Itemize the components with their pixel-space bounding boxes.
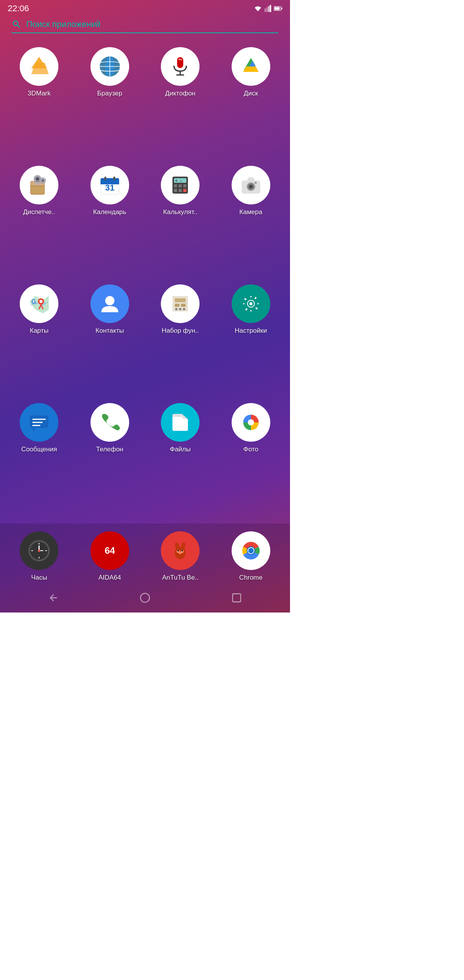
svg-point-92 [181, 550, 183, 551]
dock-icon-antutu [161, 531, 200, 570]
wifi-icon [254, 5, 262, 12]
svg-point-93 [179, 552, 181, 554]
app-item-browser[interactable]: Браузер [75, 41, 145, 160]
svg-rect-61 [175, 304, 179, 307]
app-icon-calendar: 31 [90, 166, 129, 204]
nav-recent-button[interactable] [231, 592, 242, 606]
app-icon-nabor [161, 284, 200, 323]
status-icons [254, 5, 282, 12]
svg-point-52 [249, 185, 252, 188]
app-item-nabor[interactable]: Набор фун.. [145, 278, 216, 397]
svg-rect-5 [281, 7, 282, 9]
app-label-phone: Телефон [96, 446, 123, 453]
svg-rect-41 [179, 184, 182, 187]
app-item-maps[interactable]: G Карты [4, 278, 75, 397]
app-icon-maps: G [20, 284, 58, 323]
svg-text:-: - [181, 179, 182, 183]
app-item-3dmark[interactable]: 3DMark [4, 41, 75, 160]
app-item-calendar[interactable]: 31 Календарь [75, 160, 145, 278]
svg-point-64 [179, 308, 181, 310]
svg-rect-45 [183, 189, 186, 192]
app-label-files: Файлы [170, 446, 191, 453]
status-time: 22:06 [8, 3, 29, 14]
app-icon-camera [232, 166, 270, 204]
app-item-phone[interactable]: Телефон [75, 397, 145, 516]
nav-bar [0, 587, 290, 612]
app-label-settings: Настройки [235, 327, 267, 335]
app-icon-3dmark [20, 47, 58, 86]
svg-text:+: + [175, 179, 177, 183]
svg-rect-37 [113, 177, 115, 180]
app-item-photos[interactable]: Фото [216, 397, 287, 516]
nav-home-button[interactable] [140, 592, 150, 606]
svg-point-28 [37, 178, 38, 180]
dock: Часы 64 AIDA64 [0, 524, 290, 587]
app-item-messages[interactable]: Сообщения [4, 397, 75, 516]
app-label-dictaphone: Диктофон [165, 90, 196, 97]
dock-label-chrome: Chrome [239, 574, 263, 582]
svg-rect-60 [175, 298, 186, 302]
search-placeholder: Поиск приложений [26, 19, 101, 29]
app-label-calendar: Календарь [93, 208, 126, 216]
svg-point-98 [140, 593, 149, 602]
svg-point-65 [183, 308, 185, 310]
svg-text:G: G [31, 298, 36, 305]
svg-point-57 [39, 300, 43, 303]
svg-point-53 [254, 182, 257, 184]
app-item-disk[interactable]: Диск [216, 41, 287, 160]
app-grid: 3DMark Браузер [0, 33, 290, 524]
svg-rect-16 [178, 59, 182, 60]
app-label-disk: Диск [244, 90, 258, 97]
dock-icon-clock [20, 531, 58, 570]
app-item-calculator[interactable]: + - Калькулят.. [145, 160, 216, 278]
app-item-contacts[interactable]: Контакты [75, 278, 145, 397]
svg-rect-43 [174, 189, 177, 192]
svg-point-58 [105, 296, 114, 305]
svg-rect-3 [270, 5, 271, 12]
svg-rect-2 [268, 6, 270, 12]
search-icon [12, 19, 22, 29]
svg-rect-44 [179, 189, 182, 192]
app-icon-photos [232, 403, 270, 442]
dock-item-aida64[interactable]: 64 AIDA64 [75, 527, 145, 587]
app-label-calculator: Калькулят.. [163, 208, 197, 216]
svg-point-97 [248, 548, 254, 553]
app-icon-dictaphone [161, 47, 200, 86]
app-item-dispatcher[interactable]: Диспетче.. [4, 160, 75, 278]
app-icon-messages [20, 403, 58, 442]
app-icon-files [161, 403, 200, 442]
search-bar[interactable]: Поиск приложений [12, 19, 278, 33]
app-label-browser: Браузер [97, 90, 122, 97]
dock-item-antutu[interactable]: AnTuTu Be.. [145, 527, 216, 587]
app-item-camera[interactable]: Камера [216, 160, 287, 278]
nav-back-button[interactable] [48, 592, 59, 606]
svg-text:64: 64 [104, 545, 115, 556]
app-icon-calculator: + - [161, 166, 200, 204]
app-label-3dmark: 3DMark [27, 90, 51, 97]
app-icon-contacts [90, 284, 129, 323]
svg-marker-49 [247, 177, 255, 180]
app-item-dictaphone[interactable]: Диктофон [145, 41, 216, 160]
dock-label-antutu: AnTuTu Be.. [162, 574, 198, 582]
dock-icon-aida64: 64 [90, 531, 129, 570]
battery-icon [274, 6, 282, 11]
dock-label-aida64: AIDA64 [98, 574, 121, 582]
svg-rect-62 [181, 304, 186, 307]
app-label-dispatcher: Диспетче.. [23, 208, 55, 216]
app-label-camera: Камера [239, 208, 262, 216]
app-label-messages: Сообщения [21, 446, 57, 453]
svg-point-67 [249, 302, 252, 305]
svg-rect-40 [174, 184, 177, 187]
signal-icon [264, 5, 271, 12]
app-item-settings[interactable]: Настройки [216, 278, 287, 397]
app-icon-settings [232, 284, 270, 323]
app-label-photos: Фото [243, 446, 258, 453]
app-item-files[interactable]: Файлы [145, 397, 216, 516]
app-icon-disk [232, 47, 270, 86]
svg-rect-42 [183, 184, 186, 187]
dock-item-clock[interactable]: Часы [4, 527, 75, 587]
app-label-maps: Карты [30, 327, 48, 335]
dock-item-chrome[interactable]: Chrome [216, 527, 287, 587]
svg-rect-0 [264, 9, 266, 12]
svg-point-29 [34, 182, 41, 185]
